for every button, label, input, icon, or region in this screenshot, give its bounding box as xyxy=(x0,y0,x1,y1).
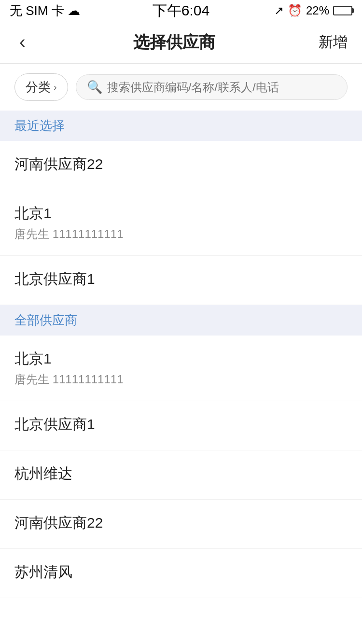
add-button[interactable]: 新增 xyxy=(319,32,348,52)
nav-bar: ‹ 选择供应商 新增 xyxy=(0,21,362,64)
recent-section-header: 最近选择 xyxy=(0,111,362,141)
battery-icon xyxy=(333,6,352,15)
recent-items-list: 河南供应商22北京1唐先生 11111111111北京供应商1 xyxy=(0,141,362,305)
alarm-icon: ⏰ xyxy=(288,4,302,17)
page-title: 选择供应商 xyxy=(133,31,215,54)
status-time: 下午6:04 xyxy=(153,1,209,21)
filter-bar: 分类 › 🔍 xyxy=(0,64,362,111)
all-section-header: 全部供应商 xyxy=(0,305,362,336)
item-name: 北京1 xyxy=(14,349,348,369)
category-filter-button[interactable]: 分类 › xyxy=(14,73,68,101)
item-sub: 唐先生 11111111111 xyxy=(14,226,348,242)
list-item[interactable]: 北京1唐先生 11111111111 xyxy=(0,190,362,256)
search-box: 🔍 xyxy=(76,74,348,100)
list-item[interactable]: 苏州清风 xyxy=(0,549,362,598)
item-name: 杭州维达 xyxy=(14,464,348,484)
battery-percent: 22% xyxy=(306,4,329,17)
item-name: 河南供应商22 xyxy=(14,154,348,174)
sim-status: 无 SIM 卡 ☁ xyxy=(10,2,80,19)
list-item[interactable]: 河南供应商22 xyxy=(0,500,362,549)
item-name: 北京供应商1 xyxy=(14,269,348,289)
category-label: 分类 xyxy=(26,79,51,96)
chevron-right-icon: › xyxy=(54,82,57,93)
list-item[interactable]: 杭州维达 xyxy=(0,450,362,500)
item-name: 北京供应商1 xyxy=(14,415,348,434)
item-name: 北京1 xyxy=(14,204,348,224)
search-icon: 🔍 xyxy=(87,80,102,95)
all-items-list: 北京1唐先生 11111111111北京供应商1杭州维达河南供应商22苏州清风 xyxy=(0,336,362,598)
item-name: 苏州清风 xyxy=(14,562,348,582)
list-item[interactable]: 北京1唐先生 11111111111 xyxy=(0,336,362,401)
status-right: ↗ ⏰ 22% xyxy=(274,4,352,17)
item-sub: 唐先生 11111111111 xyxy=(14,372,348,387)
list-item[interactable]: 河南供应商22 xyxy=(0,141,362,190)
back-button[interactable]: ‹ xyxy=(14,27,30,57)
list-item[interactable]: 北京供应商1 xyxy=(0,256,362,305)
item-name: 河南供应商22 xyxy=(14,513,348,533)
status-left: 无 SIM 卡 ☁ xyxy=(10,2,80,19)
search-input[interactable] xyxy=(107,81,336,94)
status-bar: 无 SIM 卡 ☁ 下午6:04 ↗ ⏰ 22% xyxy=(0,0,362,21)
location-icon: ↗ xyxy=(274,4,284,17)
list-item[interactable]: 北京供应商1 xyxy=(0,401,362,450)
